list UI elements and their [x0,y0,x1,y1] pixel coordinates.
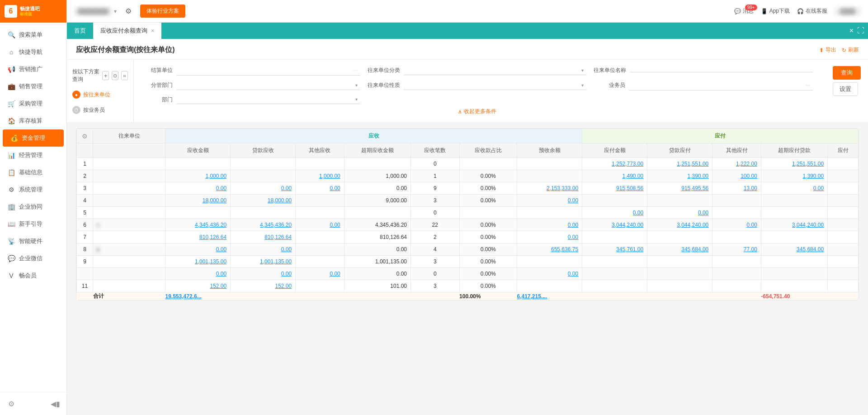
col-group-row: ⚙ 往来单位 应收 应付 [77,129,859,143]
window-expand-button[interactable]: ⛶ [857,27,864,35]
partner-col-header: 往来单位 [93,129,165,143]
sidebar-item-wechat[interactable]: 💬 企业微信 [0,250,66,267]
ap-group-header: 应付 [582,129,859,143]
sidebar-collapse-button[interactable]: ◀▮ [48,397,62,410]
sidebar-item-warehouse[interactable]: 🏠 库存核算 [0,112,66,129]
edit-scheme-button[interactable]: ⊙ [112,71,118,80]
table-section: ⚙ 往来单位 应收 应付 应收金额 贷 [67,123,868,306]
ap-other-header: 其他应付 [712,143,761,158]
sidebar-footer: ⚙ ◀▮ [0,392,66,415]
sidebar: 6 畅捷通吧 标准版 🔍 搜索菜单 ⌂ 快捷导航 📢 营销推广 💼 销售管 [0,0,67,415]
ar-ratio-header: 应收款占比 [459,143,517,158]
prev-scheme-button[interactable]: « [121,71,128,80]
topbar-breadcrumb: ████████ [74,7,112,15]
sidebar-item-system[interactable]: ⚙ 系统管理 [0,181,66,198]
sidebar-item-enterprise[interactable]: 🏢 企业协同 [0,198,66,215]
sidebar-item-purchase[interactable]: 🛒 采购管理 [0,95,66,112]
col-header-row: 应收金额 贷款应收 其他应收 超期应收金额 应收笔数 应收款占比 预收余额 应付… [77,143,859,158]
sidebar-logo: 6 畅捷通吧 标准版 [0,0,66,23]
ar-group-header: 应收 [165,129,582,143]
window-close-button[interactable]: × [849,27,854,35]
table-row: 6z4,345,436.204,345,436.200.004,345,436.… [77,219,859,231]
system-icon: ⚙ [7,186,15,194]
customer-service-button[interactable]: 🎧 在线客服 [797,7,827,15]
user-avatar[interactable]: ████ [835,7,861,15]
sidebar-item-operations[interactable]: 📊 经营管理 [0,147,66,164]
headset-icon: 🎧 [797,8,804,14]
total-ar-ratio: 100.00% [459,292,517,301]
topbar-chevron-icon: ▾ [114,8,117,14]
filter-row-3: 部门 ▾ [141,95,813,104]
sidebar-item-sales[interactable]: 💼 销售管理 [0,78,66,95]
ap-overdue-header: 超期应付贷款 [761,143,827,158]
sidebar-item-nav[interactable]: ⌂ 快捷导航 [0,43,66,61]
table-row: 21,000.001,000.001,000.0010.00%1,490.001… [77,170,859,182]
page-title: 应收应付余额查询(按往来单位) [76,45,175,55]
refresh-button[interactable]: ↻ 刷新 [842,46,859,54]
sidebar-item-basic[interactable]: 📋 基础信息 [0,164,66,181]
message-button[interactable]: 💬 消息 99+ [734,7,754,15]
add-scheme-button[interactable]: + [102,71,109,80]
ar-other-header: 其他应收 [296,143,344,158]
sidebar-item-marketing[interactable]: 📢 营销推广 [0,61,66,78]
tab-home[interactable]: 首页 [67,23,93,39]
settings-button[interactable]: 设置 [833,82,858,96]
collapse-button[interactable]: ∧ 收起更多条件 [141,108,813,115]
total-label: 合计 [93,292,165,301]
settlement-unit-input[interactable]: ··· [176,65,360,76]
logo-text: 畅捷通吧 标准版 [20,5,40,17]
query-mode-salesman-icon: ⏱ [72,106,80,114]
sidebar-item-member[interactable]: V 畅会员 [0,267,66,284]
department-field: 部门 ▾ [141,95,360,104]
page-header: 应收应付余额查询(按往来单位) ⬆ 导出 ↻ 刷新 [67,39,868,60]
tab-active[interactable]: 应收应付余额查询 × [93,23,161,39]
ar-overdue-header: 超期应收金额 [344,143,410,158]
table-row: 7810,126.64810,126.64810,126.6420.00%0.0… [77,231,859,243]
partner-name-input[interactable] [630,68,813,72]
table-row: 0.000.000.000.0000.00%0.00 [77,268,859,280]
total-ar-amount[interactable]: 19,553,472,6... [165,292,231,301]
topbar-right: 💬 消息 99+ 📱 App下载 🎧 在线客服 ████ [734,7,861,15]
partner-name-field: 往来单位名称 [594,65,813,76]
dept-manager-input[interactable]: ▾ [176,81,360,90]
ap-extra-header: 应付 [828,143,859,158]
logo-icon: 6 [5,5,17,18]
filter-row-1: 结算单位 ··· 往来单位分类 ▾ [141,65,813,76]
total-row: 合计 19,553,472,6... 100.00% 6,417,215.... [77,292,859,301]
query-button[interactable]: 查询 [833,66,861,80]
app-download-button[interactable]: 📱 App下载 [761,7,790,15]
partner-nature-input[interactable]: ▾ [404,81,587,90]
filter-actions: 查询 设置 [826,60,868,122]
topbar-gear-button[interactable]: ⚙ [122,5,135,18]
query-mode-by-partner[interactable]: ● 按往来单位 [67,87,133,102]
partner-category-input[interactable]: ▾ [404,66,587,75]
dept-manager-field: 分管部门 ▾ [141,80,360,91]
query-mode-partner-icon: ● [72,91,80,99]
ar-amount-header: 应收金额 [165,143,231,158]
hardware-icon: 📡 [7,237,15,245]
ap-amount-header: 应付金额 [582,143,647,158]
solution-button[interactable]: 体验行业方案 [140,5,185,18]
message-icon: 💬 [734,8,741,14]
filter-fields: 结算单位 ··· 往来单位分类 ▾ [134,60,820,122]
total-ar-prepay[interactable]: 6,417,215.... [517,292,582,301]
sidebar-item-guide[interactable]: 📖 新手引导 [0,215,66,233]
sidebar-settings-button[interactable]: ⚙ [5,397,18,410]
chevron-up-icon: ∧ [458,109,462,115]
export-button[interactable]: ⬆ 导出 [819,46,836,54]
table-settings-icon[interactable]: ⚙ [82,133,88,140]
table-row: 101,252,773.001,251,551.001,222.001,251,… [77,158,859,170]
tab-close-button[interactable]: × [151,28,154,34]
department-input[interactable]: ▾ [176,95,360,104]
export-icon: ⬆ [819,47,824,53]
data-table: ⚙ 往来单位 应收 应付 应收金额 贷 [76,129,859,300]
salesman-input[interactable]: ··· [629,80,813,91]
home-icon: ⌂ [7,48,15,56]
partner-category-field: 往来单位分类 ▾ [368,65,587,76]
table-row: 11152.00152.00101.0030.00% [77,280,859,292]
sidebar-item-search[interactable]: 🔍 搜索菜单 [0,26,66,43]
query-mode-by-salesman[interactable]: ⏱ 按业务员 [67,102,133,118]
sidebar-item-hardware[interactable]: 📡 智能硬件 [0,233,66,250]
main-content: ████████ ▾ ⚙ 体验行业方案 💬 消息 99+ 📱 App下载 🎧 在… [67,0,868,415]
sidebar-item-finance[interactable]: 💰 资金管理 [3,129,64,147]
